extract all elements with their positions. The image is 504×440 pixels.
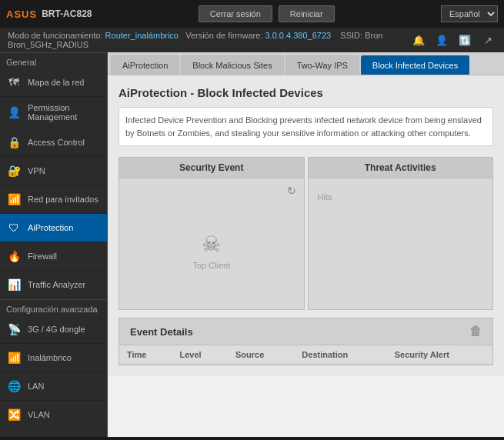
page-content: AiProtection - Block Infected Devices In… [108, 75, 504, 376]
tab-block-malicious[interactable]: Block Malicious Sites [181, 55, 283, 75]
settings-icon[interactable]: ↗ [479, 32, 496, 48]
mode-label: Modo de funcionamiento: [8, 31, 103, 40]
layout: General 🗺 Mapa de la red 👤 Permission Ma… [0, 52, 504, 437]
logo-area: ASUS BRT-AC828 [6, 8, 92, 20]
mode-value[interactable]: Router_inalámbrico [105, 31, 179, 40]
wireless-icon: 📶 [6, 350, 22, 365]
event-details-header: Event Details 🗑 [119, 318, 492, 345]
version-value[interactable]: 3.0.0.4.380_6723 [265, 31, 331, 40]
main-content: AiProtection Block Malicious Sites Two-W… [108, 52, 504, 437]
sidebar-item-aiprotection[interactable]: 🛡 AiProtection [0, 214, 107, 242]
col-destination: Destination [294, 345, 386, 365]
hits-label: Hits [318, 192, 332, 202]
col-alert: Security Alert [387, 345, 492, 365]
tab-block-infected[interactable]: Block Infected Devices [361, 55, 469, 75]
description-text: Infected Device Prevention and Blocking … [118, 107, 493, 146]
sidebar-item-wireless[interactable]: 📶 Inalámbrico [0, 344, 107, 372]
guest-icon: 📶 [6, 192, 22, 207]
language-select[interactable]: Español [441, 5, 498, 22]
vlan-icon: 🔀 [6, 407, 22, 422]
security-refresh-icon[interactable]: ↻ [287, 185, 296, 197]
sidebar-item-label: Traffic Analyzer [28, 280, 85, 289]
threat-activities-panel: Threat Activities Hits [308, 157, 494, 310]
version-label: Versión de firmware: [185, 31, 262, 40]
top-client-label: Top Client [192, 261, 230, 270]
panels-row: Security Event ☠ ↻ Top Client Threat Act… [118, 157, 493, 310]
permission-icon: 👤 [6, 105, 22, 120]
trash-icon[interactable]: 🗑 [469, 325, 482, 338]
threat-activities-header: Threat Activities [309, 158, 493, 178]
sidebar-item-label: AiProtection [28, 223, 73, 232]
tab-two-way-ips[interactable]: Two-Way IPS [285, 55, 359, 75]
model-name: BRT-AC828 [42, 8, 92, 19]
sidebar-item-traffic[interactable]: 📊 Traffic Analyzer [0, 271, 107, 299]
aiprotection-icon: 🛡 [6, 220, 22, 235]
skull-icon: ☠ [202, 232, 221, 257]
tab-aiprotection[interactable]: AiProtection [111, 55, 179, 75]
map-icon: 🗺 [6, 75, 22, 90]
traffic-icon: 📊 [6, 277, 22, 292]
header-icon-row: 🔔 👤 🔃 ↗ [410, 32, 496, 48]
sidebar-item-label: Inalámbrico [28, 353, 72, 362]
sidebar-item-vlan[interactable]: 🔀 VLAN [0, 401, 107, 429]
sidebar-item-label: VLAN [28, 410, 50, 419]
notification-icon[interactable]: 🔔 [410, 32, 427, 48]
sidebar-item-label: Red para invitados [28, 195, 98, 204]
sidebar-item-dongle[interactable]: 📡 3G / 4G dongle [0, 315, 107, 344]
ssid-label: SSID: [340, 31, 362, 40]
security-event-body: ☠ ↻ Top Client [119, 178, 304, 309]
sidebar-item-label: LAN [28, 382, 44, 391]
page-title: AiProtection - Block Infected Devices [118, 86, 493, 99]
dongle-icon: 📡 [6, 322, 22, 337]
sidebar-item-label: Access Control [28, 138, 85, 147]
reiniciar-button[interactable]: Reiniciar [279, 5, 335, 22]
threat-activities-body: Hits [309, 178, 493, 309]
col-time: Time [119, 345, 172, 365]
sidebar-item-firewall[interactable]: 🔥 Firewall [0, 242, 107, 271]
event-details-title: Event Details [130, 326, 193, 338]
sidebar-section-advanced: Configuración avanzada [0, 299, 107, 315]
event-table: Time Level Source Destination Security A… [119, 345, 492, 365]
info-bar: Modo de funcionamiento: Router_inalámbri… [0, 28, 504, 52]
sidebar-item-filesharing[interactable]: 🧩 File Sharing [0, 429, 107, 437]
refresh-header-icon[interactable]: 🔃 [456, 32, 473, 48]
sidebar-item-label: VPN [28, 166, 45, 175]
header: ASUS BRT-AC828 Cerrar sesión Reiniciar E… [0, 0, 504, 28]
vpn-icon: 🔐 [6, 163, 22, 178]
sidebar-item-lan[interactable]: 🌐 LAN [0, 372, 107, 401]
sidebar-item-permission[interactable]: 👤 Permission Management [0, 97, 107, 128]
sidebar: General 🗺 Mapa de la red 👤 Permission Ma… [0, 52, 108, 437]
sidebar-item-vpn[interactable]: 🔐 VPN [0, 157, 107, 185]
col-source: Source [228, 345, 294, 365]
sidebar-section-general: General [0, 52, 107, 68]
col-level: Level [172, 345, 229, 365]
access-icon: 🔒 [6, 135, 22, 150]
sidebar-item-label: 3G / 4G dongle [28, 325, 85, 334]
sidebar-item-mapa[interactable]: 🗺 Mapa de la red [0, 68, 107, 97]
lan-icon: 🌐 [6, 378, 22, 394]
tabs-bar: AiProtection Block Malicious Sites Two-W… [108, 52, 504, 75]
cerrar-sesion-button[interactable]: Cerrar sesión [199, 5, 272, 22]
user-icon[interactable]: 👤 [433, 32, 450, 48]
sidebar-item-label: Permission Management [28, 103, 101, 122]
sidebar-item-guest[interactable]: 📶 Red para invitados [0, 185, 107, 214]
security-event-header: Security Event [119, 158, 304, 178]
asus-logo: ASUS [6, 8, 37, 20]
security-event-panel: Security Event ☠ ↻ Top Client [118, 157, 305, 310]
sidebar-item-label: Mapa de la red [28, 78, 84, 87]
sidebar-item-label: Firewall [28, 252, 57, 261]
sidebar-item-access[interactable]: 🔒 Access Control [0, 128, 107, 157]
firewall-icon: 🔥 [6, 248, 22, 264]
filesharing-icon: 🧩 [6, 435, 22, 437]
event-details-section: Event Details 🗑 Time Level Source Destin… [118, 318, 493, 365]
